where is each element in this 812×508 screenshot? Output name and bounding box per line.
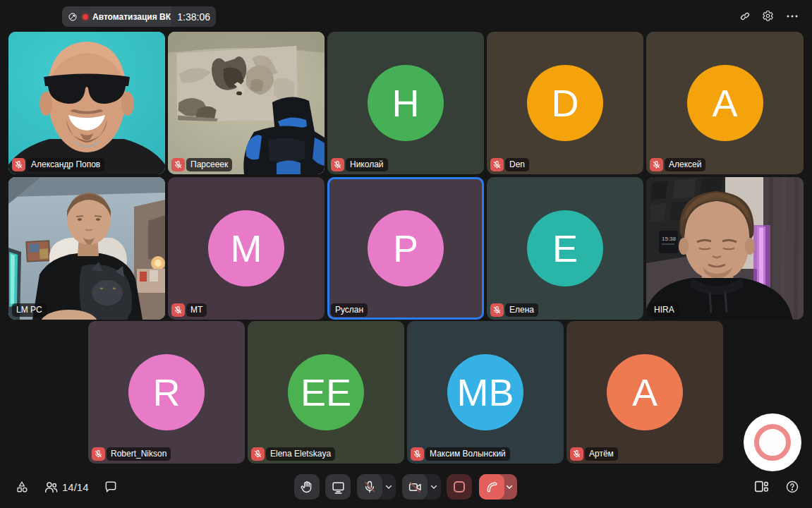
svg-text:15:38: 15:38 bbox=[662, 236, 677, 242]
